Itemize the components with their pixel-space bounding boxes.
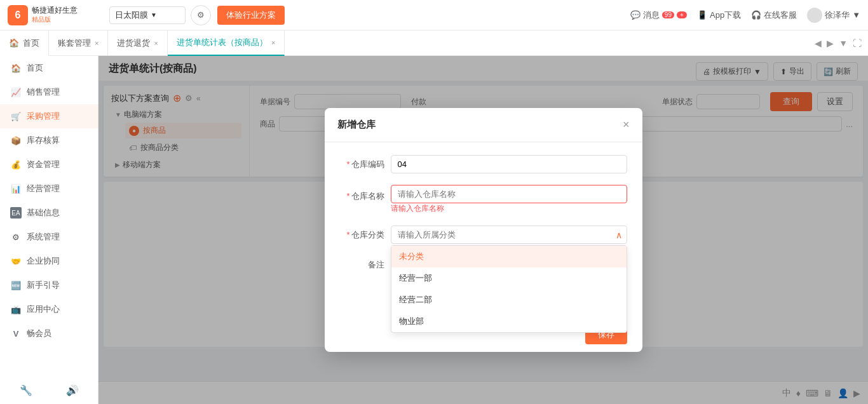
- user-name: 徐泽华: [825, 10, 850, 21]
- name-error-msg: 请输入仓库名称: [391, 204, 444, 213]
- sidebar-item-member[interactable]: V 畅会员: [0, 321, 98, 346]
- tab-purchase-return-close[interactable]: ×: [154, 39, 158, 47]
- purchase-icon: 🛒: [10, 111, 22, 122]
- online-service-label: 在线客服: [764, 10, 797, 21]
- trial-button[interactable]: 体验行业方案: [217, 6, 285, 25]
- category-form-row: 仓库分类 ∧ 未分类 经营一部 经营二部 物业部: [340, 226, 627, 244]
- sidebar: 🏠 首页 📈 销售管理 🛒 采购管理 📦 库存核算 💰 资金管理 📊 经营管理 …: [0, 56, 98, 404]
- tab-purchase-stats[interactable]: 进货单统计表（按商品） ×: [168, 30, 285, 56]
- name-form-row: 仓库名称 请输入仓库名称: [340, 185, 627, 214]
- dialog-close-button[interactable]: ×: [623, 118, 630, 131]
- category-dropdown: 未分类 经营一部 经营二部 物业部: [391, 245, 627, 333]
- user-group[interactable]: 徐泽华 ▼: [807, 8, 860, 23]
- category-toggle-icon[interactable]: ∧: [616, 230, 622, 240]
- app-center-icon: 📺: [10, 304, 22, 315]
- tab-next-icon[interactable]: ▶: [827, 38, 834, 48]
- online-service-group[interactable]: 🎧 在线客服: [751, 10, 797, 21]
- mobile-icon: 📱: [697, 10, 707, 20]
- sidebar-item-inventory[interactable]: 📦 库存核算: [0, 128, 98, 152]
- tab-purchase-return[interactable]: 进货退货 ×: [108, 30, 167, 56]
- sidebar-item-sales[interactable]: 📈 销售管理: [0, 80, 98, 104]
- sidebar-bottom-icon2[interactable]: 🔊: [66, 384, 79, 396]
- sales-icon: 📈: [10, 86, 22, 98]
- home-icon: 🏠: [9, 38, 19, 48]
- tab-bar: 🏠 首页 账套管理 × 进货退货 × 进货单统计表（按商品） × ◀ ▶ ▼ ⛶: [0, 30, 868, 56]
- app-logo: 6: [8, 5, 28, 25]
- name-label: 仓库名称: [340, 187, 391, 202]
- sidebar-guide-label: 新手引导: [27, 279, 60, 291]
- tab-controls: ◀ ▶ ▼ ⛶: [808, 38, 868, 48]
- dialog-title: 新增仓库: [337, 119, 376, 131]
- brand-subtitle: 精品版: [32, 15, 78, 24]
- sidebar-item-purchase[interactable]: 🛒 采购管理: [0, 104, 98, 128]
- member-icon: V: [10, 328, 22, 339]
- tab-accounts[interactable]: 账套管理 ×: [49, 30, 108, 56]
- header-right: 💬 消息 99 📱 App下载 🎧 在线客服 徐泽华 ▼: [630, 8, 860, 23]
- dialog-header: 新增仓库 ×: [325, 108, 642, 142]
- tab-menu-icon[interactable]: ▼: [839, 38, 848, 48]
- note-label: 备注: [340, 255, 391, 271]
- name-input[interactable]: [391, 185, 627, 203]
- category-option-property[interactable]: 物业部: [391, 311, 627, 332]
- sidebar-home-label: 首页: [27, 62, 43, 74]
- store-name: 日太阳膜: [115, 10, 148, 21]
- user-chevron-icon: ▼: [852, 10, 860, 20]
- code-label: 仓库编码: [340, 155, 391, 170]
- sidebar-base-info-label: 基础信息: [27, 207, 60, 219]
- category-input[interactable]: [391, 226, 627, 244]
- message-label: 消息: [643, 10, 660, 21]
- app-download-label: App下载: [710, 10, 741, 21]
- store-selector[interactable]: 日太阳膜 ▼: [109, 6, 186, 24]
- sidebar-sales-label: 销售管理: [27, 86, 60, 98]
- code-input[interactable]: [391, 155, 627, 173]
- content-area: 进货单统计(按商品) 🖨 按模板打印 ▼ ⬆ 导出 🔄 刷新: [98, 56, 868, 404]
- tab-purchase-stats-close[interactable]: ×: [271, 39, 275, 46]
- brand-name: 畅捷通好生意: [32, 6, 78, 16]
- dialog-body: 仓库编码 仓库名称 请输入仓库名称: [325, 142, 642, 318]
- main-layout: 🏠 首页 📈 销售管理 🛒 采购管理 📦 库存核算 💰 资金管理 📊 经营管理 …: [0, 56, 868, 404]
- category-option-unclassified[interactable]: 未分类: [391, 246, 627, 267]
- message-badge: 99: [662, 11, 674, 18]
- sidebar-member-label: 畅会员: [27, 328, 51, 339]
- sidebar-item-finance[interactable]: 💰 资金管理: [0, 152, 98, 177]
- sidebar-inventory-label: 库存核算: [27, 135, 60, 146]
- sidebar-bottom-icon1[interactable]: 🔧: [20, 384, 32, 396]
- sidebar-item-home[interactable]: 🏠 首页: [0, 56, 98, 80]
- new-warehouse-dialog: 新增仓库 × 仓库编码 仓库名称: [325, 108, 642, 352]
- tab-prev-icon[interactable]: ◀: [815, 38, 822, 48]
- sidebar-item-guide[interactable]: 🆕 新手引导: [0, 273, 98, 297]
- operations-icon: 📊: [10, 183, 22, 194]
- sidebar-item-system[interactable]: ⚙ 系统管理: [0, 225, 98, 249]
- tab-home[interactable]: 🏠 首页: [0, 30, 49, 56]
- app-download-group[interactable]: 📱 App下载: [697, 10, 741, 21]
- collab-icon: 🤝: [10, 255, 22, 267]
- sidebar-item-collab[interactable]: 🤝 企业协同: [0, 249, 98, 273]
- sidebar-collab-label: 企业协同: [27, 255, 60, 267]
- settings-button[interactable]: ⚙: [191, 5, 211, 25]
- sidebar-item-base-info[interactable]: EA 基础信息: [0, 201, 98, 225]
- base-info-icon: EA: [10, 207, 22, 219]
- category-option-dept1[interactable]: 经营一部: [391, 267, 627, 289]
- name-error-container: 请输入仓库名称: [391, 203, 627, 214]
- sidebar-purchase-label: 采购管理: [27, 111, 60, 122]
- message-badge-plus: [677, 11, 687, 18]
- tab-accounts-label: 账套管理: [58, 37, 91, 49]
- sidebar-finance-label: 资金管理: [27, 159, 60, 170]
- top-header: 6 畅捷通好生意 精品版 日太阳膜 ▼ ⚙ 体验行业方案 💬 消息 99 📱 A…: [0, 0, 868, 30]
- sidebar-system-label: 系统管理: [27, 231, 60, 243]
- user-avatar: [807, 8, 822, 23]
- sidebar-item-operations[interactable]: 📊 经营管理: [0, 177, 98, 201]
- sidebar-operations-label: 经营管理: [27, 183, 60, 194]
- modal-overlay: 新增仓库 × 仓库编码 仓库名称: [98, 56, 868, 404]
- tab-fullscreen-icon[interactable]: ⛶: [853, 38, 862, 48]
- system-icon: ⚙: [10, 231, 22, 243]
- message-group[interactable]: 💬 消息 99: [630, 10, 687, 21]
- message-icon: 💬: [630, 10, 641, 20]
- sidebar-app-center-label: 应用中心: [27, 304, 60, 315]
- guide-icon: 🆕: [10, 279, 22, 291]
- home-nav-icon: 🏠: [10, 62, 22, 74]
- inventory-icon: 📦: [10, 135, 22, 146]
- category-option-dept2[interactable]: 经营二部: [391, 289, 627, 311]
- sidebar-item-app-center[interactable]: 📺 应用中心: [0, 297, 98, 321]
- tab-accounts-close[interactable]: ×: [95, 39, 98, 47]
